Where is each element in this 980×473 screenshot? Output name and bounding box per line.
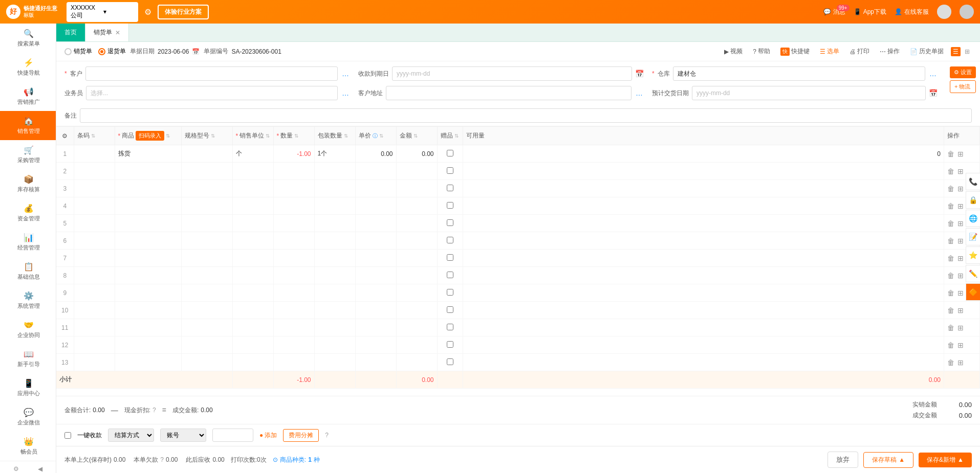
delete-icon[interactable]: 🗑 [947, 167, 954, 175]
payment-help-icon[interactable]: ? [325, 432, 329, 439]
row-product[interactable] [115, 302, 181, 319]
gift-checkbox[interactable] [447, 324, 453, 330]
row-unit-price[interactable] [355, 267, 396, 284]
float-btn-3[interactable]: 🌐 [966, 210, 980, 227]
row-spec[interactable] [181, 232, 232, 250]
gift-checkbox[interactable] [447, 306, 453, 313]
company-selector[interactable]: XXXXXX公司 ▾ [67, 2, 138, 22]
copy-icon[interactable]: ⊞ [957, 341, 964, 349]
row-quantity[interactable] [273, 284, 314, 302]
discard-button[interactable]: 放弃 [827, 452, 858, 468]
avatar[interactable] [937, 5, 951, 19]
row-pkg-qty[interactable] [314, 197, 355, 215]
row-barcode[interactable] [74, 197, 115, 215]
sort-product[interactable]: ⇅ [166, 133, 170, 139]
help-btn[interactable]: ? 帮助 [750, 46, 773, 57]
cash-discount-help-icon[interactable]: ? [153, 407, 156, 414]
row-spec[interactable] [181, 319, 232, 336]
delete-icon[interactable]: 🗑 [947, 358, 954, 367]
tab-sales-order[interactable]: 销货单 ✕ [85, 24, 129, 41]
sidebar-item-guide[interactable]: 📖 新手引导 [0, 344, 56, 373]
row-gift[interactable] [437, 215, 463, 232]
copy-icon[interactable]: ⊞ [957, 167, 964, 175]
tab-close-icon[interactable]: ✕ [115, 29, 120, 36]
row-gift[interactable] [437, 180, 463, 197]
row-unit-price[interactable] [355, 232, 396, 250]
history-btn[interactable]: 📄 历史单据 [907, 46, 947, 57]
delete-icon[interactable]: 🗑 [947, 237, 954, 245]
due-date-cal[interactable]: 📅 [635, 70, 644, 78]
row-unit[interactable] [232, 180, 273, 197]
row-product[interactable] [115, 319, 181, 336]
row-pkg-qty[interactable] [314, 250, 355, 267]
row-unit-price[interactable] [355, 197, 396, 215]
row-unit[interactable] [232, 319, 273, 336]
online-support-btn[interactable]: 👤 在线客服 [895, 8, 929, 16]
gift-checkbox[interactable] [447, 341, 453, 348]
row-unit-price[interactable] [355, 336, 396, 354]
row-product[interactable] [115, 232, 181, 250]
delete-icon[interactable]: 🗑 [947, 306, 954, 314]
row-unit[interactable] [232, 302, 273, 319]
delete-icon[interactable]: 🗑 [947, 254, 954, 262]
due-date-input[interactable] [392, 66, 632, 81]
copy-icon[interactable]: ⊞ [957, 202, 964, 210]
row-pkg-qty[interactable] [314, 215, 355, 232]
row-quantity[interactable] [273, 197, 314, 215]
row-spec[interactable] [181, 354, 232, 371]
row-product[interactable] [115, 250, 181, 267]
gift-checkbox[interactable] [447, 254, 453, 261]
float-btn-1[interactable]: 📞 [966, 173, 980, 190]
row-product[interactable] [115, 354, 181, 371]
gift-checkbox[interactable] [447, 219, 453, 226]
row-amount[interactable]: 0.00 [396, 145, 437, 163]
row-barcode[interactable] [74, 163, 115, 180]
row-gift[interactable] [437, 302, 463, 319]
avatar2[interactable] [960, 5, 974, 19]
row-unit-price[interactable] [355, 302, 396, 319]
salesperson-dots-btn[interactable]: … [341, 88, 350, 98]
row-quantity[interactable]: -1.00 [273, 145, 314, 163]
sidebar-item-vip[interactable]: 👑 畅会员 [0, 432, 56, 461]
row-gift[interactable] [437, 197, 463, 215]
video-btn[interactable]: ▶ 视频 [721, 46, 746, 57]
row-barcode[interactable] [74, 354, 115, 371]
row-pkg-qty[interactable]: 1个 [314, 145, 355, 163]
sidebar-item-search[interactable]: 🔍 搜索菜单 [0, 24, 56, 53]
row-amount[interactable] [396, 267, 437, 284]
row-amount[interactable] [396, 319, 437, 336]
row-spec[interactable] [181, 215, 232, 232]
calendar-icon[interactable]: 📅 [192, 48, 200, 55]
select-btn[interactable]: ☰ 选单 [817, 46, 842, 57]
row-spec[interactable] [181, 145, 232, 163]
row-unit-price[interactable] [355, 250, 396, 267]
row-amount[interactable] [396, 232, 437, 250]
row-product[interactable] [115, 163, 181, 180]
row-pkg-qty[interactable] [314, 232, 355, 250]
row-pkg-qty[interactable] [314, 163, 355, 180]
row-barcode[interactable] [74, 302, 115, 319]
row-quantity[interactable] [273, 215, 314, 232]
row-amount[interactable] [396, 180, 437, 197]
row-gift[interactable] [437, 354, 463, 371]
row-barcode[interactable] [74, 336, 115, 354]
row-quantity[interactable] [273, 250, 314, 267]
delete-icon[interactable]: 🗑 [947, 341, 954, 349]
row-product[interactable] [115, 180, 181, 197]
float-btn-5[interactable]: ⭐ [966, 246, 980, 264]
row-spec[interactable] [181, 163, 232, 180]
row-gift[interactable] [437, 336, 463, 354]
app-download-btn[interactable]: 📱 App下载 [854, 8, 886, 16]
row-spec[interactable] [181, 250, 232, 267]
row-unit[interactable] [232, 197, 273, 215]
row-spec[interactable] [181, 197, 232, 215]
copy-icon[interactable]: ⊞ [957, 358, 964, 367]
gift-checkbox[interactable] [447, 272, 453, 278]
view-grid-icon[interactable]: ⊞ [963, 47, 972, 56]
row-barcode[interactable] [74, 232, 115, 250]
row-amount[interactable] [396, 250, 437, 267]
row-gift[interactable] [437, 232, 463, 250]
delete-icon[interactable]: 🗑 [947, 324, 954, 332]
row-gift[interactable] [437, 284, 463, 302]
row-unit[interactable] [232, 284, 273, 302]
